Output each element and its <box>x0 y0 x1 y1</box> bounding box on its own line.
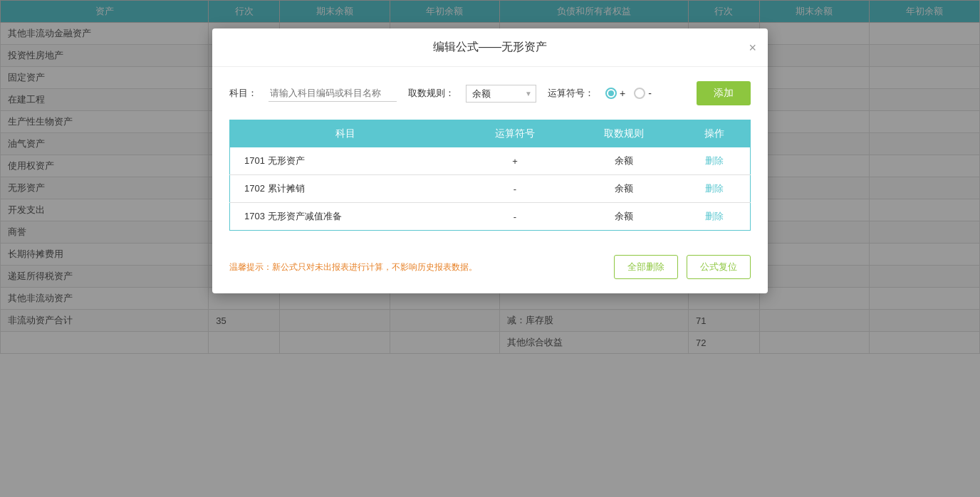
row3-operator: - <box>460 203 569 231</box>
row2-rule: 余额 <box>570 175 679 203</box>
row3-delete-button[interactable]: 删除 <box>705 211 724 221</box>
row3-subject: 1703 无形资产减值准备 <box>230 203 461 231</box>
close-button[interactable]: × <box>749 41 756 54</box>
rule-select-wrap: 余额 借方发生额 贷方发生额 净发生额 ▼ <box>466 85 536 103</box>
table-row: 1702 累计摊销 - 余额 删除 <box>230 175 751 203</box>
modal-header: 编辑公式——无形资产 × <box>212 28 768 67</box>
footer-tip: 温馨提示：新公式只对未出报表进行计算，不影响历史报表数据。 <box>229 261 477 273</box>
formula-table: 科目 运算符号 取数规则 操作 1701 无形资产 + 余额 删除 1702 累… <box>229 120 751 231</box>
edit-formula-modal: 编辑公式——无形资产 × 科目： 取数规则： 余额 借方发生额 贷方发生额 净发… <box>212 28 768 293</box>
modal-footer: 温馨提示：新公式只对未出报表进行计算，不影响历史报表数据。 全部删除 公式复位 <box>212 245 768 293</box>
operator-minus-option[interactable]: - <box>634 88 652 99</box>
subject-input[interactable] <box>269 85 397 102</box>
radio-plus-icon <box>605 88 617 99</box>
row2-delete-button[interactable]: 删除 <box>705 183 724 194</box>
col-action: 操作 <box>679 120 751 148</box>
row2-operator: - <box>460 175 569 203</box>
radio-minus-icon <box>634 88 645 99</box>
operator-plus-option[interactable]: + <box>605 88 625 99</box>
row1-subject: 1701 无形资产 <box>230 147 461 175</box>
rule-select[interactable]: 余额 借方发生额 贷方发生额 净发生额 <box>466 85 536 103</box>
footer-buttons: 全部删除 公式复位 <box>614 255 751 279</box>
operator-plus-label: + <box>620 88 625 99</box>
reset-formula-button[interactable]: 公式复位 <box>687 255 751 279</box>
row2-subject: 1702 累计摊销 <box>230 175 461 203</box>
add-button[interactable]: 添加 <box>697 81 751 105</box>
row3-rule: 余额 <box>570 203 679 231</box>
table-row: 1701 无形资产 + 余额 删除 <box>230 147 751 175</box>
row1-delete-button[interactable]: 删除 <box>705 155 724 166</box>
row1-operator: + <box>460 147 569 175</box>
operator-minus-label: - <box>648 88 652 99</box>
modal-body: 科目： 取数规则： 余额 借方发生额 贷方发生额 净发生额 ▼ 运算符号： <box>212 67 768 245</box>
subject-label: 科目： <box>229 87 257 100</box>
operator-radio-group: + - <box>605 88 652 99</box>
row1-rule: 余额 <box>570 147 679 175</box>
form-row: 科目： 取数规则： 余额 借方发生额 贷方发生额 净发生额 ▼ 运算符号： <box>229 81 751 105</box>
modal-title: 编辑公式——无形资产 <box>433 41 547 53</box>
delete-all-button[interactable]: 全部删除 <box>614 255 678 279</box>
rule-label: 取数规则： <box>408 87 454 100</box>
table-row: 1703 无形资产减值准备 - 余额 删除 <box>230 203 751 231</box>
col-subject: 科目 <box>230 120 461 148</box>
operator-label: 运算符号： <box>548 87 594 100</box>
col-operator: 运算符号 <box>460 120 569 148</box>
modal-overlay: 编辑公式——无形资产 × 科目： 取数规则： 余额 借方发生额 贷方发生额 净发… <box>0 0 980 497</box>
col-rule: 取数规则 <box>570 120 679 148</box>
